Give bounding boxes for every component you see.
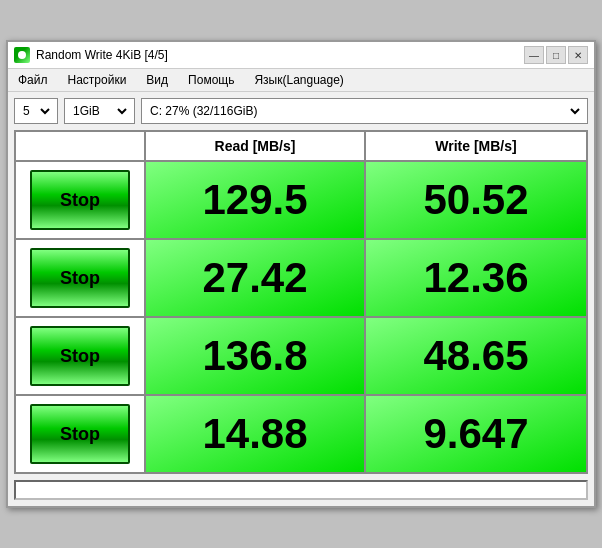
read-value-3: 136.8 [146, 318, 366, 394]
write-text-4: 9.647 [423, 410, 528, 458]
write-value-3: 48.65 [366, 318, 586, 394]
size-select[interactable]: 1GiB 512MiB 2GiB 4GiB [64, 98, 135, 124]
toolbar: 5 1 2 4 8 16 32 1GiB 512MiB 2GiB 4GiB [14, 98, 588, 124]
stop-cell-1: Stop [16, 162, 146, 238]
read-text-3: 136.8 [202, 332, 307, 380]
menu-bar: Файл Настройки Вид Помощь Язык(Language) [8, 69, 594, 92]
title-bar: Random Write 4KiB [4/5] — □ ✕ [8, 42, 594, 69]
table-row: Stop 14.88 9.647 [16, 396, 586, 472]
disk-dropdown[interactable]: C: 27% (32/116GiB) [146, 103, 583, 119]
menu-language[interactable]: Язык(Language) [250, 71, 347, 89]
stop-cell-3: Stop [16, 318, 146, 394]
queue-dropdown[interactable]: 5 1 2 4 8 16 32 [19, 103, 53, 119]
read-text-2: 27.42 [202, 254, 307, 302]
write-value-4: 9.647 [366, 396, 586, 472]
menu-help[interactable]: Помощь [184, 71, 238, 89]
stop-button-2[interactable]: Stop [30, 248, 130, 308]
table-row: Stop 129.5 50.52 [16, 162, 586, 240]
title-controls: — □ ✕ [524, 46, 588, 64]
stop-button-4[interactable]: Stop [30, 404, 130, 464]
main-window: Random Write 4KiB [4/5] — □ ✕ Файл Настр… [6, 40, 596, 508]
window-title: Random Write 4KiB [4/5] [36, 48, 168, 62]
title-bar-left: Random Write 4KiB [4/5] [14, 47, 168, 63]
stop-cell-2: Stop [16, 240, 146, 316]
write-value-1: 50.52 [366, 162, 586, 238]
disk-select[interactable]: C: 27% (32/116GiB) [141, 98, 588, 124]
minimize-button[interactable]: — [524, 46, 544, 64]
table-row: Stop 136.8 48.65 [16, 318, 586, 396]
stop-button-3[interactable]: Stop [30, 326, 130, 386]
write-text-1: 50.52 [423, 176, 528, 224]
stop-button-1[interactable]: Stop [30, 170, 130, 230]
read-text-4: 14.88 [202, 410, 307, 458]
app-icon [14, 47, 30, 63]
maximize-button[interactable]: □ [546, 46, 566, 64]
read-value-1: 129.5 [146, 162, 366, 238]
status-bar [14, 480, 588, 500]
stop-cell-4: Stop [16, 396, 146, 472]
table-row: Stop 27.42 12.36 [16, 240, 586, 318]
menu-settings[interactable]: Настройки [64, 71, 131, 89]
header-read: Read [MB/s] [146, 132, 366, 160]
grid-header: Read [MB/s] Write [MB/s] [16, 132, 586, 162]
content-area: 5 1 2 4 8 16 32 1GiB 512MiB 2GiB 4GiB [8, 92, 594, 506]
write-text-3: 48.65 [423, 332, 528, 380]
header-empty [16, 132, 146, 160]
header-write: Write [MB/s] [366, 132, 586, 160]
read-text-1: 129.5 [202, 176, 307, 224]
queue-select[interactable]: 5 1 2 4 8 16 32 [14, 98, 58, 124]
menu-file[interactable]: Файл [14, 71, 52, 89]
size-dropdown[interactable]: 1GiB 512MiB 2GiB 4GiB [69, 103, 130, 119]
results-grid: Read [MB/s] Write [MB/s] Stop 129.5 50.5… [14, 130, 588, 474]
read-value-2: 27.42 [146, 240, 366, 316]
menu-view[interactable]: Вид [142, 71, 172, 89]
write-text-2: 12.36 [423, 254, 528, 302]
read-value-4: 14.88 [146, 396, 366, 472]
close-button[interactable]: ✕ [568, 46, 588, 64]
write-value-2: 12.36 [366, 240, 586, 316]
